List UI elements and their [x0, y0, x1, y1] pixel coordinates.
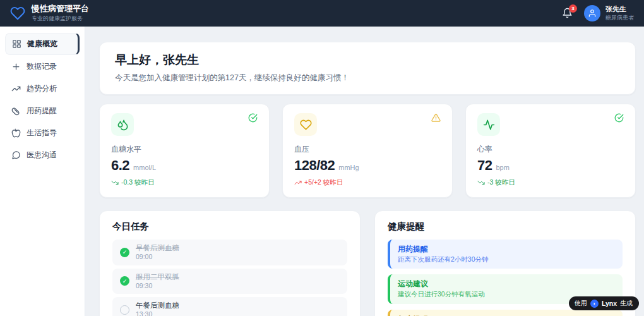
metric-card-blood-sugar[interactable]: 血糖水平 6.2 mmol/L -0.3 较昨日 [99, 104, 270, 198]
metric-unit: mmol/L [133, 164, 156, 171]
task-row[interactable]: ✓ 服用二甲双胍 09:30 [112, 269, 347, 295]
dashboard-grid-icon [12, 39, 21, 49]
trending-down-icon [111, 179, 119, 186]
heart-icon [294, 113, 317, 136]
trending-up-icon [294, 179, 302, 186]
pill-icon [11, 106, 21, 116]
chat-bubble-icon [11, 150, 21, 160]
reminders-panel-title: 健康提醒 [388, 221, 623, 233]
lynx-generated-badge[interactable]: 使用 ◗ Lynx 生成 [569, 296, 639, 310]
notifications-button[interactable]: 3 [562, 8, 573, 18]
sidebar-item-trend-analysis[interactable]: 趋势分析 [5, 78, 80, 99]
sidebar-item-label: 趋势分析 [27, 83, 57, 94]
apple-icon [11, 128, 21, 138]
plus-icon [11, 62, 21, 71]
metric-trend: -3 较昨日 [477, 178, 624, 187]
avatar [584, 5, 600, 21]
trending-up-icon [11, 84, 21, 94]
check-circle-icon [614, 113, 624, 123]
check-circle-icon [248, 113, 258, 123]
metric-value: 72 [477, 157, 492, 174]
activity-pulse-icon [477, 113, 500, 136]
sidebar: 健康概览 数据记录 趋势分析 用药提醒 生活指导 [0, 27, 85, 316]
metric-card-blood-pressure[interactable]: 血压 128/82 mmHg +5/+2 较昨日 [282, 104, 453, 198]
sidebar-item-doctor-communication[interactable]: 医患沟通 [5, 145, 80, 166]
app-subtitle: 专业的健康监护服务 [32, 15, 89, 23]
lynx-logo-icon: ◗ [590, 300, 599, 308]
metric-value: 6.2 [111, 157, 129, 174]
sidebar-item-health-overview[interactable]: 健康概览 [5, 33, 80, 55]
sidebar-item-data-records[interactable]: 数据记录 [5, 56, 80, 77]
reminder-medication[interactable]: 用药提醒 距离下次服药还有2小时30分钟 [388, 240, 623, 269]
sidebar-item-label: 健康概览 [27, 39, 57, 49]
sidebar-item-medication-reminder[interactable]: 用药提醒 [5, 100, 80, 121]
app-title: 慢性病管理平台 [32, 4, 89, 14]
heart-logo-icon [10, 6, 25, 21]
user-name: 张先生 [605, 4, 634, 13]
badge-prefix: 使用 [575, 299, 587, 308]
notification-count-badge: 3 [569, 4, 577, 13]
metric-card-heart-rate[interactable]: 心率 72 bpm -3 较昨日 [465, 104, 636, 198]
task-done-check-icon[interactable]: ✓ [120, 276, 129, 286]
main-content: 早上好，张先生 今天是您加入健康管理计划的第127天，继续保持良好的健康习惯！ … [85, 27, 644, 316]
task-row[interactable]: ✓ 早餐后测血糖 09:00 [112, 240, 347, 265]
tasks-panel-title: 今日任务 [112, 221, 347, 233]
metrics-row: 血糖水平 6.2 mmol/L -0.3 较昨日 [99, 104, 636, 198]
metric-unit: bpm [496, 164, 509, 171]
reminder-followup[interactable]: 复查提醒 距离下次医院复查还有7天 [388, 310, 623, 316]
badge-suffix: 生成 [620, 299, 633, 308]
sidebar-item-label: 生活指导 [27, 128, 57, 138]
metric-trend: -0.3 较昨日 [111, 178, 258, 187]
task-done-check-icon[interactable]: ✓ [120, 248, 129, 257]
trending-down-icon [477, 179, 485, 186]
brand: 慢性病管理平台 专业的健康监护服务 [10, 4, 89, 22]
sidebar-item-label: 医患沟通 [27, 150, 57, 161]
greeting-title: 早上好，张先生 [115, 52, 620, 68]
today-tasks-panel: 今日任务 ✓ 早餐后测血糖 09:00 ✓ 服用二甲双胍 09:30 [99, 210, 361, 316]
task-pending-circle[interactable] [120, 305, 129, 315]
user-role: 糖尿病患者 [605, 14, 634, 22]
task-row[interactable]: 午餐后测血糖 13:30 [112, 297, 347, 316]
greeting-subtitle: 今天是您加入健康管理计划的第127天，继续保持良好的健康习惯！ [115, 73, 620, 83]
alert-triangle-icon [431, 113, 441, 123]
metric-label: 血压 [294, 144, 441, 155]
greeting-card: 早上好，张先生 今天是您加入健康管理计划的第127天，继续保持良好的健康习惯！ [99, 42, 636, 95]
app-header: 慢性病管理平台 专业的健康监护服务 3 张先生 糖尿病患者 [0, 0, 644, 27]
metric-trend: +5/+2 较昨日 [294, 178, 441, 187]
metric-label: 心率 [477, 144, 624, 155]
sidebar-item-label: 数据记录 [27, 61, 57, 72]
badge-brand: Lynx [602, 300, 617, 307]
droplets-icon [111, 113, 134, 136]
metric-unit: mmHg [338, 164, 359, 171]
metric-label: 血糖水平 [111, 144, 258, 155]
metric-value: 128/82 [294, 157, 335, 174]
user-menu[interactable]: 张先生 糖尿病患者 [584, 4, 634, 21]
sidebar-item-label: 用药提醒 [27, 106, 57, 116]
sidebar-item-life-guidance[interactable]: 生活指导 [5, 123, 80, 143]
